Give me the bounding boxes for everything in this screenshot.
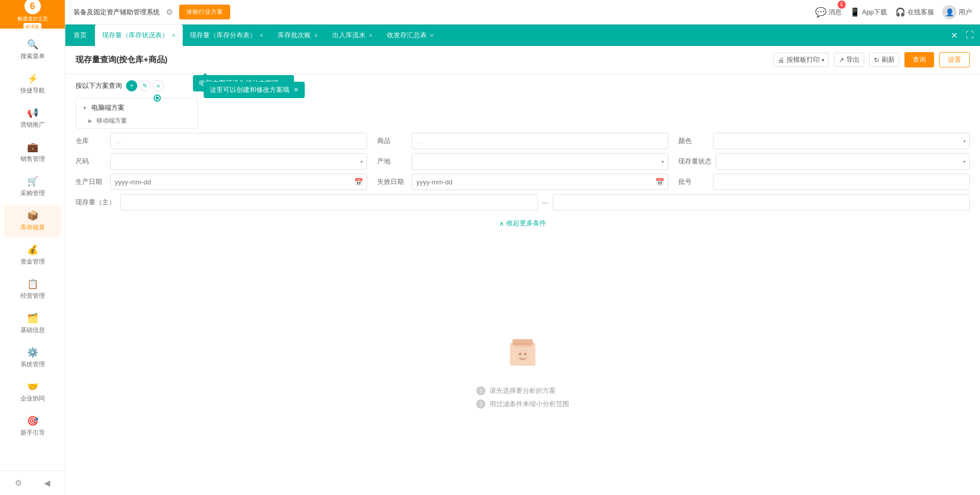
edit-tooltip-text: 这里可以创建和修改方案哦 [210, 85, 289, 95]
tabbar-actions: ✕ ⛶ [945, 29, 980, 42]
tip2-text: 用过滤条件来缩小分析范围 [489, 399, 569, 409]
filter-row-1: 仓库 ... 商品 ... [76, 133, 970, 149]
sidebar-item-sales[interactable]: 💼 销售管理 [4, 136, 61, 169]
sidebar-item-search[interactable]: 🔍 搜索菜单 [4, 34, 61, 66]
tabbar: 首页 现存量（库存状况表） ✕ 现存量（库存分布表） ✕ 库存批次账 ✕ 出入库… [65, 25, 980, 46]
export-btn[interactable]: ↗ 导出 [834, 53, 864, 67]
tab-inventory-status[interactable]: 现存量（库存状况表） ✕ [95, 25, 183, 46]
tab-inout-flow[interactable]: 出入库流水 ✕ [325, 25, 380, 46]
stock-status-select[interactable] [716, 153, 970, 170]
topbar-left: 装备及固定资产辅助管理系统 ⚙ 体验行业方案 [74, 5, 230, 19]
empty-illustration [497, 325, 548, 376]
origin-label: 产地 [377, 157, 408, 166]
filter-cell-expire-date: 失效日期 📅 [377, 174, 669, 190]
tab-inventory-status-close[interactable]: ✕ [172, 33, 176, 38]
tab-inventory-status-label: 现存量（库存状况表） [102, 31, 168, 40]
stock-qty-end[interactable] [553, 194, 970, 210]
industry-btn[interactable]: 体验行业方案 [179, 5, 230, 19]
print-icon: 🖨 [778, 56, 785, 64]
sidebar-footer: ⚙ ◀ [0, 470, 65, 495]
tab-inventory-batch[interactable]: 库存批次账 ✕ [271, 25, 325, 46]
app-label: App下载 [862, 8, 887, 17]
inventory-icon: 📦 [27, 210, 38, 221]
tab-inventory-dist-close[interactable]: ✕ [259, 33, 263, 38]
prod-date-label: 生产日期 [76, 177, 106, 186]
topbar-msg-item[interactable]: 💬 6 消息 [815, 7, 842, 18]
sidebar-item-basic-label: 基础信息 [20, 326, 45, 335]
scheme-pc-item[interactable]: ▼ 电脑端方案 [76, 100, 198, 115]
warehouse-label: 仓库 [76, 136, 106, 146]
scheme-mobile-label: 移动端方案 [96, 116, 127, 125]
edit-scheme-btn[interactable]: ✎ [139, 80, 151, 91]
filter-cell-size: 尺码 ▾ [76, 153, 367, 170]
collapse-btn[interactable]: ∧ 收起更多条件 [76, 215, 970, 232]
sidebar-item-purchase[interactable]: 🛒 采购管理 [4, 171, 61, 203]
tab-receipt-summary-close[interactable]: ✕ [430, 33, 434, 38]
color-select[interactable] [713, 133, 970, 149]
refresh-label: 刷新 [881, 55, 895, 64]
basic-icon: 🗂️ [27, 313, 38, 324]
topbar-settings-icon[interactable]: ⚙ [166, 7, 173, 17]
topbar-right: 💬 6 消息 📱 App下载 🎧 在线客服 👤 用户 [815, 5, 972, 19]
export-icon: ↗ [839, 56, 844, 64]
support-label: 在线客服 [908, 8, 934, 17]
msg-label: 消息 [828, 8, 842, 17]
filter-row-3: 生产日期 📅 失效日期 📅 批号 [76, 174, 970, 190]
topbar-user-item[interactable]: 👤 用户 [942, 5, 972, 19]
sidebar-item-ops[interactable]: 📋 经营管理 [4, 273, 61, 305]
tab-inout-flow-close[interactable]: ✕ [369, 33, 373, 38]
topbar-app-item[interactable]: 📱 App下载 [850, 7, 887, 17]
tab-home[interactable]: 首页 [65, 25, 95, 46]
stock-qty-sep: — [542, 199, 549, 206]
filter-cell-warehouse: 仓库 ... [76, 133, 367, 149]
scheme-mobile-item[interactable]: ▶ 移动端方案 [76, 115, 198, 126]
prod-date-start[interactable] [110, 174, 367, 190]
sidebar-item-basic[interactable]: 🗂️ 基础信息 [4, 308, 61, 340]
refresh-btn[interactable]: ↻ 刷新 [869, 53, 899, 67]
empty-tip-1: 1 请先选择要分析的方案 [476, 386, 569, 395]
sidebar-item-guide-label: 新手引导 [20, 429, 45, 437]
refresh-icon: ↻ [874, 56, 879, 64]
add-scheme-btn[interactable]: + [126, 80, 137, 91]
edit-tooltip-close[interactable]: ✕ [293, 86, 299, 93]
finance-icon: 💰 [27, 244, 38, 255]
topbar-support-item[interactable]: 🎧 在线客服 [895, 7, 934, 17]
batch-input[interactable] [713, 174, 970, 190]
sidebar-item-finance[interactable]: 💰 资金管理 [4, 239, 61, 271]
tab-inventory-batch-close[interactable]: ✕ [314, 33, 318, 38]
origin-select[interactable] [412, 153, 669, 170]
tabbar-close-btn[interactable]: ✕ [949, 29, 960, 42]
sidebar-item-system[interactable]: ⚙️ 系统管理 [4, 342, 61, 374]
settings-action-btn[interactable]: 设置 [939, 52, 970, 67]
sidebar-item-system-label: 系统管理 [20, 360, 45, 369]
expire-date-start[interactable] [412, 174, 669, 190]
sales-icon: 💼 [27, 142, 38, 153]
tab-inventory-batch-label: 库存批次账 [278, 31, 311, 40]
size-select[interactable] [110, 153, 367, 170]
main-area: 装备及固定资产辅助管理系统 ⚙ 体验行业方案 💬 6 消息 📱 App下载 🎧 … [65, 0, 980, 495]
search-btn[interactable]: 查询 [904, 52, 934, 67]
sys-name: 装备及固定资产辅助管理系统 [74, 8, 160, 17]
print-template-btn[interactable]: 🖨 按模板打印 ▾ [773, 53, 829, 67]
collab-icon: 🤝 [27, 381, 38, 392]
stock-qty-start[interactable] [120, 194, 538, 210]
scheme-dot-indicator [155, 96, 160, 101]
sidebar-collapse-btn[interactable]: ◀ [42, 476, 52, 490]
svg-point-2 [517, 349, 529, 362]
goods-ellipsis: ... [416, 137, 422, 145]
sidebar-item-guide[interactable]: 🎯 新手引导 [4, 410, 61, 442]
sidebar-item-inventory[interactable]: 📦 库存核算 [4, 205, 61, 237]
tab-receipt-summary[interactable]: 收发存汇总表 ✕ [380, 25, 441, 46]
sidebar-logo: 6 畅通道好生意 标准版 [0, 0, 65, 29]
tabbar-expand-btn[interactable]: ⛶ [964, 29, 976, 42]
back-scheme-btn[interactable]: « [153, 80, 164, 91]
stock-qty-label: 现存量（主） [76, 198, 116, 207]
sidebar-settings-btn[interactable]: ⚙ [13, 476, 24, 490]
sidebar-item-collab[interactable]: 🤝 企业协同 [4, 376, 61, 408]
warehouse-select[interactable]: ... [110, 133, 367, 149]
goods-select[interactable]: ... [412, 133, 669, 149]
tab-inventory-dist[interactable]: 现存量（库存分布表） ✕ [183, 25, 271, 46]
collapse-label: 收起更多条件 [506, 219, 546, 228]
sidebar-item-marketing[interactable]: 📢 营销推广 [4, 102, 61, 134]
sidebar-item-quick-nav[interactable]: ⚡ 快捷导航 [4, 68, 61, 100]
